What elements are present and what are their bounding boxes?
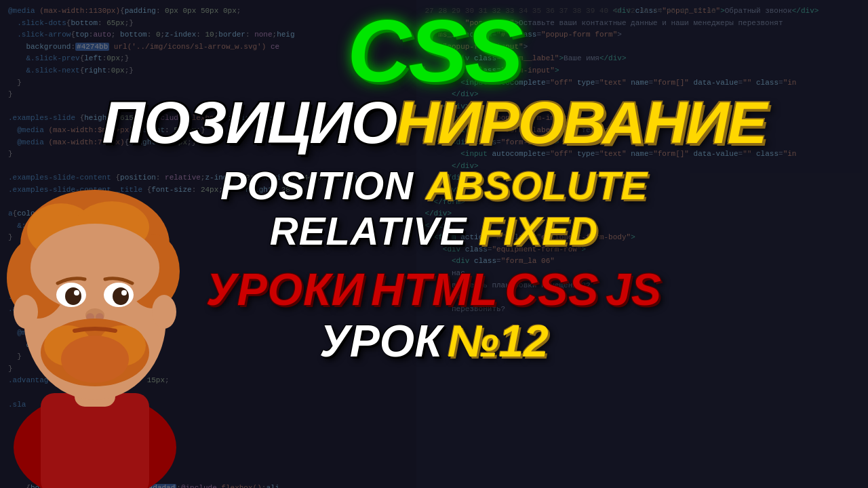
urok-label: УРОК xyxy=(319,315,442,367)
svg-point-12 xyxy=(65,287,81,305)
positioning-yellow: НИРОВАНИЕ xyxy=(396,88,766,157)
positioning-row: ПОЗИЦИО НИРОВАНИЕ xyxy=(102,88,766,157)
css-label: CSS xyxy=(505,264,599,315)
relative-label: RELATIVE xyxy=(270,208,467,253)
html-label: HTML xyxy=(371,264,498,315)
character-illustration xyxy=(0,95,190,488)
svg-point-24 xyxy=(152,295,176,329)
urok-line2: УРОК №12 xyxy=(319,315,549,367)
bottom-row: УРОКИ HTML CSS JS УРОК №12 xyxy=(206,264,662,367)
js-label: JS xyxy=(606,264,662,315)
fixed-label: FIXED xyxy=(479,208,598,253)
character-svg xyxy=(0,95,190,488)
pos-abs-row: POSITION ABSOLUTE RELATIVE FIXED xyxy=(220,163,648,253)
pos-line-1: POSITION ABSOLUTE xyxy=(220,163,648,208)
css-title: CSS xyxy=(347,7,520,95)
svg-point-9 xyxy=(31,224,159,312)
svg-point-14 xyxy=(74,290,79,296)
number-label: №12 xyxy=(448,315,549,367)
position-label: POSITION xyxy=(220,163,414,208)
uroki-line: УРОКИ HTML CSS JS xyxy=(206,264,662,315)
svg-rect-1 xyxy=(41,393,149,488)
svg-point-13 xyxy=(113,287,129,305)
uroki-label: УРОКИ xyxy=(206,264,364,315)
svg-point-22 xyxy=(61,336,129,383)
pos-line-2: RELATIVE FIXED xyxy=(270,208,598,253)
svg-point-23 xyxy=(14,295,38,329)
absolute-label: ABSOLUTE xyxy=(426,163,648,208)
svg-point-15 xyxy=(121,290,127,296)
